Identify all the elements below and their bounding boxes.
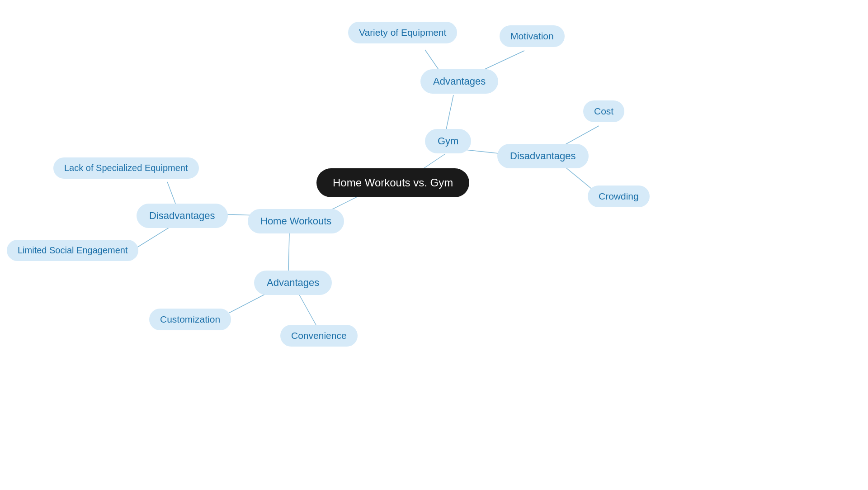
svg-line-9 (167, 182, 176, 206)
customization-node: Customization (149, 309, 231, 330)
motivation-node: Motivation (500, 25, 565, 47)
gym-disadvantages-node: Disadvantages (497, 144, 589, 168)
cost-node: Cost (583, 100, 624, 122)
svg-line-13 (298, 293, 316, 326)
gym-advantages-node: Advantages (420, 69, 498, 94)
lack-equipment-node: Lack of Specialized Equipment (53, 157, 199, 179)
gym-node: Gym (425, 129, 471, 153)
limited-social-node: Limited Social Engagement (7, 240, 138, 261)
svg-line-11 (288, 233, 289, 271)
home-advantages-node: Advantages (254, 271, 332, 295)
svg-line-1 (445, 95, 453, 133)
center-node: Home Workouts vs. Gym (316, 168, 469, 197)
crowding-node: Crowding (588, 186, 650, 207)
convenience-node: Convenience (280, 325, 358, 347)
home-disadvantages-node: Disadvantages (137, 204, 228, 228)
home-workouts-node: Home Workouts (248, 209, 344, 233)
variety-equipment-node: Variety of Equipment (348, 22, 457, 43)
